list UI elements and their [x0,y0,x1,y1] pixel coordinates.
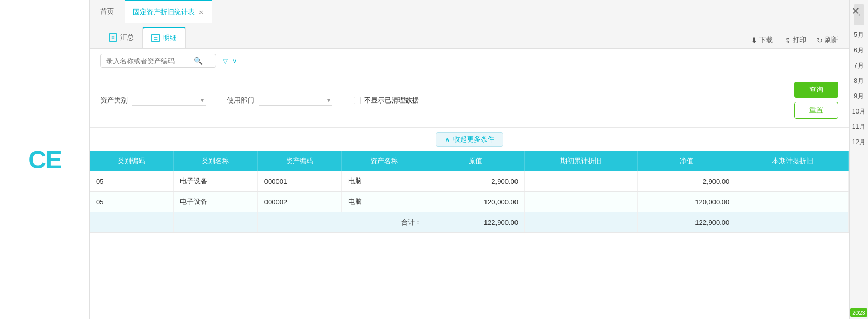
filter-actions: 查询 重置 [794,82,838,119]
chevron-down-icon: ▾ [327,97,330,104]
toolbar-tabs: ≡ 汇总 ☰ 明细 ⬇ 下载 🖨 打印 ↻ 刷新 [90,23,849,49]
search-input-wrap[interactable]: 🔍 [100,54,216,68]
total-label: 合计： [257,212,426,233]
col-category-code: 类别编码 [90,151,174,171]
download-button[interactable]: ⬇ 下载 [751,35,773,45]
data-table: 类别编码 类别名称 资产编码 资产名称 原值 期初累计折旧 净值 本期计提折旧 … [90,151,849,233]
table-row: 05电子设备000002电脑120,000.00120,000.00 [90,192,849,212]
right-panel: › 5月6月7月8月9月10月11月12月 2023 [849,0,868,319]
checkbox-input[interactable] [354,97,361,104]
query-button[interactable]: 查询 [794,82,838,98]
col-current-depreciation: 本期计提折旧 [736,151,849,171]
table-header-row: 类别编码 类别名称 资产编码 资产名称 原值 期初累计折旧 净值 本期计提折旧 [90,151,849,171]
tab-summary[interactable]: ≡ 汇总 [100,27,142,48]
print-icon: 🖨 [784,36,790,44]
department-filter: 使用部门 ▾ [227,96,332,106]
month-item[interactable]: 10月 [850,104,868,119]
month-item[interactable]: 8月 [850,73,868,89]
logo-text: CE [28,145,61,174]
table-total-row: 合计：122,900.00122,900.00 [90,212,849,233]
month-item[interactable]: 6月 [850,43,868,58]
logo-area: CE [0,0,90,319]
detail-icon: ☰ [151,34,160,42]
nav-bar: 首页 固定资产折旧统计表 × [90,0,849,23]
download-icon: ⬇ [751,36,757,44]
month-item[interactable]: 9月 [850,89,868,104]
chevron-down-icon: ▾ [201,97,204,104]
department-select[interactable]: ▾ [259,96,332,106]
asset-category-filter: 资产类别 ▾ [100,96,206,106]
col-asset-code: 资产编码 [257,151,342,171]
month-list: 5月6月7月8月9月10月11月12月 [850,27,868,150]
search-bar: 🔍 ▽ ∨ [90,49,849,73]
table-row: 05电子设备000001电脑2,900.002,900.00 [90,171,849,192]
collapse-bar: ∧ 收起更多条件 [90,128,849,151]
nav-active-tab[interactable]: 固定资产折旧统计表 × [125,0,212,23]
col-accumulated-depreciation: 期初累计折旧 [524,151,637,171]
search-input[interactable] [106,57,190,65]
year-badge: 2023 [850,308,867,317]
tab-close-button[interactable]: × [199,8,203,16]
month-item[interactable]: 5月 [850,27,868,43]
reset-button[interactable]: 重置 [794,102,838,119]
col-original-value: 原值 [426,151,525,171]
refresh-icon: ↻ [817,36,823,44]
tab-detail[interactable]: ☰ 明细 [142,27,186,48]
search-icon: 🔍 [194,57,203,65]
table-body: 05电子设备000001电脑2,900.002,900.0005电子设备0000… [90,171,849,233]
refresh-button[interactable]: ↻ 刷新 [817,35,838,45]
col-net-value: 净值 [637,151,736,171]
chevron-up-icon: ∧ [445,136,450,144]
col-category-name: 类别名称 [174,151,258,171]
chevron-down-icon: ∨ [232,57,237,65]
toolbar-actions: ⬇ 下载 🖨 打印 ↻ 刷新 [751,35,838,48]
collapse-button[interactable]: ∧ 收起更多条件 [436,132,503,147]
more-filter-button[interactable]: ▽ ∨ [223,57,237,65]
asset-category-select[interactable]: ▾ [132,96,206,106]
main-content: 首页 固定资产折旧统计表 × ≡ 汇总 ☰ 明细 ⬇ 下载 [90,0,849,319]
print-button[interactable]: 🖨 打印 [784,35,806,45]
filter-row: 资产类别 ▾ 使用部门 ▾ 不显示已清理数据 [100,82,838,119]
data-table-wrap: 类别编码 类别名称 资产编码 资产名称 原值 期初累计折旧 净值 本期计提折旧 … [90,151,849,319]
month-item[interactable]: 12月 [850,135,868,150]
month-item[interactable]: 7月 [850,58,868,73]
hide-cleared-checkbox[interactable]: 不显示已清理数据 [354,96,419,105]
month-item[interactable]: 11月 [850,119,868,135]
filter-icon: ▽ [223,57,228,65]
summary-icon: ≡ [109,33,117,42]
window-close-button[interactable]: ✕ [852,5,860,17]
col-asset-name: 资产名称 [342,151,426,171]
nav-home-tab[interactable]: 首页 [90,0,125,23]
filter-area: 资产类别 ▾ 使用部门 ▾ 不显示已清理数据 [90,73,849,128]
